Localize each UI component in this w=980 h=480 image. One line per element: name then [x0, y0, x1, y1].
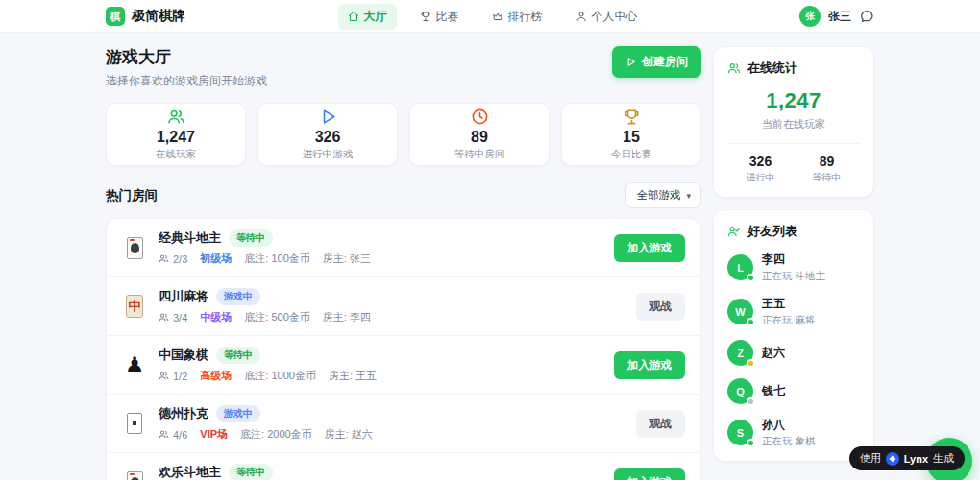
user-box: 张 张三 [799, 6, 874, 27]
chevron-down-icon: ▾ [686, 191, 691, 201]
room-status-badge: 游戏中 [216, 288, 260, 305]
presence-dot [747, 397, 755, 406]
brand: 棋 极简棋牌 [106, 7, 185, 26]
room-stake: 底注: 500金币 [244, 310, 309, 324]
friend-name: 王五 [762, 296, 815, 312]
presence-dot [747, 439, 755, 447]
nav-label: 排行榜 [508, 9, 543, 25]
room-status-badge: 等待中 [229, 229, 273, 247]
users-icon [159, 253, 169, 264]
friend-name: 钱七 [762, 383, 785, 399]
spectate-button[interactable]: 观战 [636, 293, 685, 321]
avatar: L [727, 254, 753, 280]
card-icon [122, 237, 147, 259]
room-owner: 房主: 李四 [323, 310, 371, 324]
room-players: 4/6 [159, 429, 187, 441]
nav-item-leaderboard[interactable]: 排行榜 [482, 4, 552, 30]
sidebar: 在线统计 1,247 当前在线玩家 326 进行中 89 等待中 [713, 46, 874, 480]
chat-bubble-icon[interactable] [859, 9, 874, 24]
room-name: 欢乐斗地主 [159, 464, 221, 480]
users-icon [167, 108, 185, 126]
main-content: 游戏大厅 选择你喜欢的游戏房间开始游戏 创建房间 1,247 在线玩家 326 … [106, 46, 701, 480]
user-check-icon [727, 225, 741, 238]
join-game-button[interactable]: 加入游戏 [614, 234, 685, 262]
poker-card-icon [122, 413, 147, 434]
room-status-badge: 等待中 [216, 347, 260, 364]
stat-label: 在线玩家 [156, 148, 196, 161]
room-status-badge: 等待中 [229, 464, 273, 480]
avatar: W [727, 299, 753, 324]
stat-value: 326 [315, 129, 341, 146]
room-level: 初级场 [200, 252, 232, 266]
room-owner: 房主: 赵六 [325, 427, 373, 442]
stat-value: 1,247 [157, 129, 195, 146]
in-progress-stat: 326 进行中 [727, 154, 794, 184]
online-stats-title: 在线统计 [747, 60, 797, 77]
room-level: VIP场 [200, 427, 228, 442]
friend-item[interactable]: W 王五 正在玩 麻将 [727, 296, 860, 327]
top-navbar: 棋 极简棋牌 大厅 比赛 排行榜 个人中心 张 张三 [0, 0, 980, 33]
create-room-button[interactable]: 创建房间 [612, 46, 701, 78]
join-game-button[interactable]: 加入游戏 [614, 468, 685, 480]
room-players: 2/3 [159, 253, 187, 265]
room-row-sichuan-mahjong: 中 四川麻将 游戏中 3/4 中级场 底注: 500金币 房主: 李四 观战 [107, 276, 700, 335]
presence-dot [747, 318, 755, 326]
rooms-section-title: 热门房间 [106, 187, 158, 204]
home-icon [348, 11, 359, 22]
friend-status: 正在玩 斗地主 [762, 270, 825, 283]
game-filter-value: 全部游戏 [636, 188, 680, 203]
stat-value: 89 [471, 129, 488, 146]
friends-panel: 好友列表 L 李四 正在玩 斗地主 W [713, 209, 874, 462]
avatar: Z [727, 340, 753, 366]
card-icon [122, 471, 147, 480]
lynx-generated-badge[interactable]: 使用 ◆ Lynx 生成 [849, 446, 965, 470]
friend-name: 李四 [762, 252, 825, 268]
friend-item[interactable]: L 李四 正在玩 斗地主 [727, 252, 860, 283]
room-row-classic-doudizhu: 经典斗地主 等待中 2/3 初级场 底注: 100金币 房主: 张三 加入游戏 [107, 219, 700, 276]
room-stake: 底注: 1000金币 [244, 369, 316, 383]
nav-label: 大厅 [364, 9, 387, 25]
avatar: Q [727, 378, 753, 404]
avatar: S [727, 420, 753, 445]
stat-label: 今日比赛 [611, 148, 651, 161]
play-icon [625, 57, 636, 67]
nav-item-lobby[interactable]: 大厅 [338, 4, 397, 30]
stats-row: 1,247 在线玩家 326 进行中游戏 89 等待中房间 15 今日比赛 [106, 103, 701, 166]
room-stake: 底注: 2000金币 [240, 427, 312, 442]
room-level: 高级场 [200, 369, 232, 383]
friend-item[interactable]: Q 钱七 [727, 378, 860, 404]
create-room-label: 创建房间 [642, 54, 688, 70]
room-name: 经典斗地主 [159, 229, 221, 247]
stat-value: 15 [623, 129, 640, 146]
join-game-button[interactable]: 加入游戏 [614, 351, 685, 379]
trophy-icon [623, 108, 641, 126]
spectate-button[interactable]: 观战 [636, 410, 685, 438]
room-name: 四川麻将 [159, 288, 208, 305]
room-name: 德州扑克 [159, 405, 208, 422]
app-title: 极简棋牌 [132, 8, 185, 25]
nav-label: 比赛 [436, 9, 459, 25]
friend-item[interactable]: Z 赵六 [727, 340, 860, 366]
badge-suffix: 生成 [933, 451, 954, 466]
online-stats-panel: 在线统计 1,247 当前在线玩家 326 进行中 89 等待中 [713, 46, 874, 198]
chess-pawn-icon: ♟ [122, 354, 147, 376]
lynx-logo-icon: ◆ [886, 452, 899, 466]
clock-icon [471, 108, 489, 126]
room-row-texas-holdem: 德州扑克 游戏中 4/6 VIP场 底注: 2000金币 房主: 赵六 观战 [107, 394, 700, 452]
nav-item-matches[interactable]: 比赛 [410, 4, 469, 30]
crown-icon [492, 11, 503, 22]
room-name: 中国象棋 [159, 347, 208, 364]
room-owner: 房主: 张三 [323, 252, 371, 266]
nav-item-profile[interactable]: 个人中心 [566, 4, 648, 30]
presence-dot [747, 359, 755, 368]
game-filter-select[interactable]: 全部游戏 ▾ [625, 182, 701, 208]
page-subtitle: 选择你喜欢的游戏房间开始游戏 [106, 73, 267, 89]
friend-item[interactable]: S 孙八 正在玩 象棋 [727, 417, 860, 448]
user-avatar[interactable]: 张 [799, 6, 821, 27]
user-name[interactable]: 张三 [828, 9, 851, 25]
room-owner: 房主: 王五 [329, 369, 377, 383]
room-list: 经典斗地主 等待中 2/3 初级场 底注: 100金币 房主: 张三 加入游戏 … [106, 218, 701, 480]
room-status-badge: 游戏中 [216, 405, 260, 422]
nav-label: 个人中心 [592, 9, 638, 25]
page-title: 游戏大厅 [106, 46, 267, 68]
